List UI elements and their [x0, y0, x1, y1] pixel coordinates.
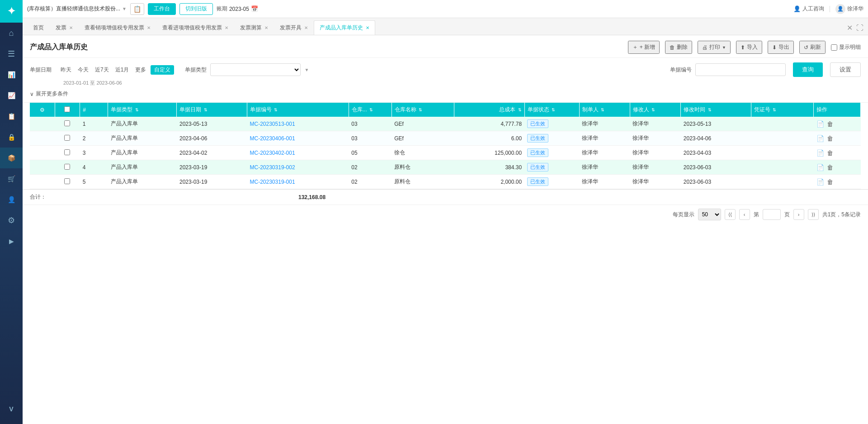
row-edit-icon-2[interactable]: 📄	[816, 149, 824, 157]
reset-btn[interactable]: 设置	[830, 62, 861, 77]
prev-page-btn[interactable]: ‹	[739, 209, 750, 220]
row-code-1[interactable]: MC-20230406-001	[247, 131, 349, 146]
row-checkbox-3[interactable]	[64, 164, 70, 170]
tab-home[interactable]: 首页	[27, 20, 50, 35]
tab-calc-invoice[interactable]: 发票测算 ✕	[234, 20, 274, 35]
tab-calc-invoice-close[interactable]: ✕	[264, 26, 268, 30]
date-btn-today[interactable]: 今天	[76, 65, 90, 75]
tab-query-purchase-vat-close[interactable]: ✕	[225, 26, 228, 30]
tab-invoice-close[interactable]: ✕	[69, 26, 73, 30]
company-selector[interactable]: (库存核算）直播轻绑通信息技术股份... ▼	[27, 5, 127, 13]
select-all-checkbox[interactable]	[64, 106, 70, 112]
row-code-link-4[interactable]: MC-20230319-001	[250, 179, 295, 185]
col-status[interactable]: 单据状态 ⇅	[524, 103, 579, 117]
first-page-btn[interactable]: ⟨⟨	[725, 209, 736, 220]
period-selector[interactable]: 账期 2023-05 📅	[217, 5, 258, 13]
col-mod-time[interactable]: 修改时间 ⇅	[681, 103, 751, 117]
refresh-btn[interactable]: ↺ 刷新	[799, 41, 826, 54]
date-btn-7days[interactable]: 近7天	[93, 65, 111, 75]
last-page-btn[interactable]: ⟩⟩	[808, 209, 819, 220]
sidebar-item-version[interactable]: V	[0, 399, 23, 419]
tab-product-inbound-history[interactable]: 产成品入库单历史 ✕	[314, 20, 375, 35]
tab-issue-invoice-close[interactable]: ✕	[304, 26, 308, 30]
tab-invoice[interactable]: 发票 ✕	[50, 20, 79, 35]
tab-query-sale-vat-close[interactable]: ✕	[147, 26, 151, 30]
show-detail-checkbox[interactable]	[831, 44, 837, 51]
next-page-btn[interactable]: ›	[793, 209, 804, 220]
row-code-2[interactable]: MC-20230402-001	[247, 146, 349, 160]
col-settings[interactable]: ⚙	[30, 103, 55, 117]
sidebar-item-analysis[interactable]: 📈	[0, 85, 23, 106]
sidebar-item-purchase[interactable]: 🛒	[0, 168, 23, 189]
row-check-0[interactable]	[55, 117, 80, 131]
page-input[interactable]: 1	[763, 209, 781, 220]
import-btn[interactable]: ⬆ 导入	[736, 41, 762, 54]
col-voucher[interactable]: 凭证号 ⇅	[751, 103, 813, 117]
row-code-4[interactable]: MC-20230319-001	[247, 175, 349, 189]
new-btn[interactable]: ＋ + 新增	[628, 41, 660, 54]
tab-expand-icon[interactable]: ⛶	[856, 24, 863, 32]
row-checkbox-4[interactable]	[64, 178, 70, 184]
code-filter-input[interactable]	[695, 63, 786, 76]
col-creator[interactable]: 制单人 ⇅	[579, 103, 630, 117]
row-checkbox-0[interactable]	[64, 120, 70, 126]
per-page-select[interactable]: 50 100 200	[698, 209, 721, 220]
row-check-1[interactable]	[55, 131, 80, 146]
col-total[interactable]: 总成本 ⇅	[454, 103, 525, 117]
col-modifier[interactable]: 修改人 ⇅	[630, 103, 680, 117]
sidebar-item-settings[interactable]: ⚙	[0, 210, 23, 231]
sidebar-item-voucher[interactable]: 📋	[0, 106, 23, 127]
tab-issue-invoice[interactable]: 发票开具 ✕	[274, 20, 314, 35]
sidebar-item-user[interactable]: 👤	[0, 189, 23, 210]
sidebar-item-inventory[interactable]: 📦	[0, 148, 23, 168]
switch-version-btn[interactable]: 切到旧版	[179, 3, 213, 15]
sidebar-item-tax[interactable]: 🔒	[0, 127, 23, 148]
sidebar-item-data[interactable]: ☰	[0, 43, 23, 64]
copy-btn[interactable]: 📋	[130, 3, 144, 15]
user-btn[interactable]: 👤 徐泽华	[835, 4, 863, 14]
query-btn[interactable]: 查询	[793, 62, 823, 77]
row-code-link-2[interactable]: MC-20230402-001	[250, 150, 295, 156]
row-code-link-3[interactable]: MC-20230319-002	[250, 164, 295, 171]
col-warehouse-num[interactable]: 仓库... ⇅	[349, 103, 392, 117]
row-edit-icon-1[interactable]: 📄	[816, 135, 824, 142]
row-code-0[interactable]: MC-20230513-001	[247, 117, 349, 131]
workbench-btn[interactable]: 工作台	[148, 3, 176, 15]
type-filter-select[interactable]	[210, 63, 301, 76]
sidebar-item-chart[interactable]: 📊	[0, 64, 23, 85]
row-code-link-1[interactable]: MC-20230406-001	[250, 135, 295, 142]
date-btn-more[interactable]: 更多	[133, 65, 148, 75]
row-checkbox-1[interactable]	[64, 135, 70, 141]
row-check-3[interactable]	[55, 160, 80, 175]
support-btn[interactable]: 👤 人工咨询	[793, 5, 824, 13]
tab-query-sale-vat[interactable]: 查看销项增值税专用发票 ✕	[79, 20, 156, 35]
sidebar-item-home[interactable]: ⌂	[0, 23, 23, 43]
row-check-2[interactable]	[55, 146, 80, 160]
row-checkbox-2[interactable]	[64, 149, 70, 155]
col-type[interactable]: 单据类型 ⇅	[108, 103, 177, 117]
date-btn-custom[interactable]: 自定义	[151, 65, 174, 75]
row-code-3[interactable]: MC-20230319-002	[247, 160, 349, 175]
date-btn-1month[interactable]: 近1月	[113, 65, 131, 75]
row-edit-icon-3[interactable]: 📄	[816, 164, 824, 171]
row-delete-icon-4[interactable]: 🗑	[827, 178, 833, 186]
col-date[interactable]: 单据日期 ⇅	[177, 103, 247, 117]
sidebar-item-video[interactable]: ▶	[0, 231, 23, 252]
show-detail-toggle[interactable]: 显示明细	[831, 43, 861, 51]
tab-query-purchase-vat[interactable]: 查看进项增值税专用发票 ✕	[156, 20, 234, 35]
expand-more-btn[interactable]: ∨ 展开更多条件	[30, 90, 861, 98]
tab-close-all-icon[interactable]: ✕	[847, 24, 853, 32]
row-edit-icon-0[interactable]: 📄	[816, 120, 824, 128]
date-btn-yesterday[interactable]: 昨天	[59, 65, 73, 75]
row-code-link-0[interactable]: MC-20230513-001	[250, 121, 295, 127]
col-check[interactable]	[55, 103, 80, 117]
delete-btn[interactable]: 🗑 删除	[665, 41, 692, 54]
row-edit-icon-4[interactable]: 📄	[816, 178, 824, 186]
row-check-4[interactable]	[55, 175, 80, 189]
print-btn[interactable]: 🖨 打印 ▼	[698, 41, 731, 54]
export-btn[interactable]: ⬇ 导出	[768, 41, 794, 54]
row-delete-icon-1[interactable]: 🗑	[827, 135, 833, 142]
row-delete-icon-0[interactable]: 🗑	[827, 120, 833, 128]
row-delete-icon-3[interactable]: 🗑	[827, 164, 833, 171]
tab-product-inbound-history-close[interactable]: ✕	[366, 26, 369, 30]
